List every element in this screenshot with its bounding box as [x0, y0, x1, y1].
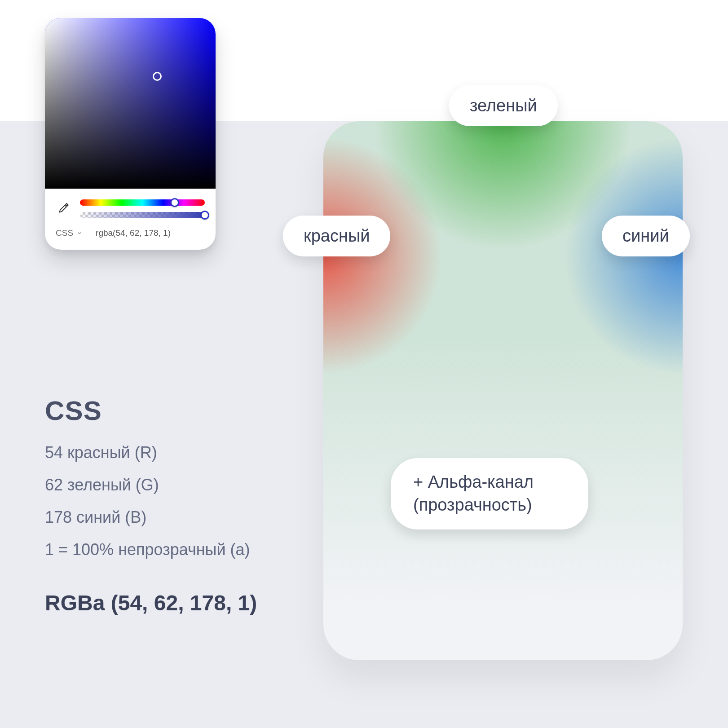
label-alpha-line1: + Альфа-канал [413, 472, 534, 491]
info-column: CSS 54 красный (R) 62 зеленый (G) 178 си… [45, 395, 257, 615]
hue-slider[interactable] [80, 199, 205, 206]
label-green: зеленый [449, 85, 558, 126]
info-heading: CSS [45, 395, 257, 426]
format-select[interactable]: CSS [56, 228, 83, 238]
saturation-value-area[interactable] [45, 18, 216, 189]
info-line-g: 62 зеленый (G) [45, 476, 257, 494]
rgb-gradient-card [323, 121, 683, 660]
eyedropper-button[interactable] [56, 201, 72, 217]
label-red: красный [283, 216, 390, 256]
info-line-b: 178 синий (B) [45, 508, 257, 527]
picker-controls: CSS rgba(54, 62, 178, 1) [45, 189, 216, 250]
info-line-r: 54 красный (R) [45, 443, 257, 462]
chevron-down-icon [76, 229, 83, 237]
format-label: CSS [56, 228, 73, 238]
alpha-thumb[interactable] [200, 211, 209, 220]
color-value[interactable]: rgba(54, 62, 178, 1) [96, 228, 171, 238]
label-alpha-line2: (прозрачность) [413, 495, 532, 514]
sv-cursor[interactable] [153, 72, 162, 81]
hue-thumb[interactable] [170, 198, 179, 207]
info-line-a: 1 = 100% непрозрачный (a) [45, 540, 257, 559]
eyedropper-icon [57, 202, 70, 216]
info-result: RGBa (54, 62, 178, 1) [45, 591, 257, 615]
label-blue: синий [602, 216, 690, 256]
label-alpha: + Альфа-канал (прозрачность) [391, 458, 588, 529]
color-picker: CSS rgba(54, 62, 178, 1) [45, 18, 216, 250]
alpha-slider[interactable] [80, 212, 205, 218]
